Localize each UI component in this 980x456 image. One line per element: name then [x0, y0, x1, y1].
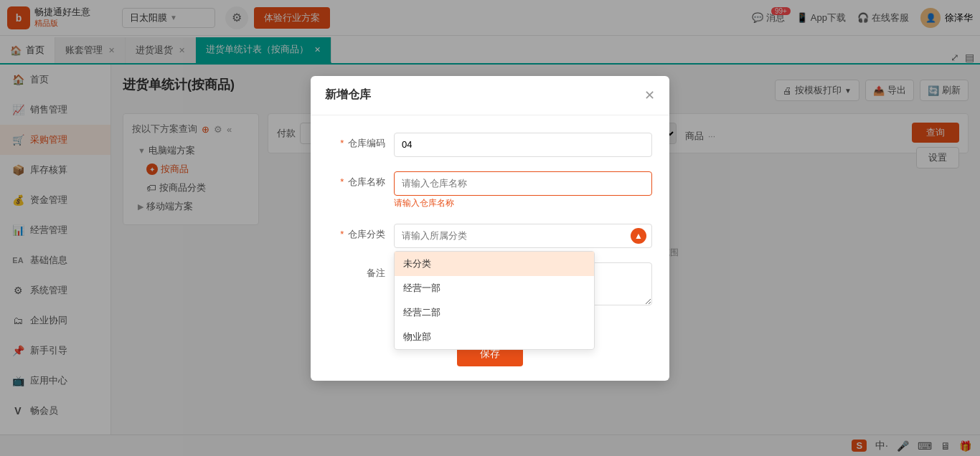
name-error-msg: 请输入仓库名称 — [394, 197, 652, 209]
code-field — [394, 133, 652, 157]
dropdown-item-unclassified[interactable]: 未分类 — [395, 252, 594, 276]
warehouse-name-row: * 仓库名称 请输入仓库名称 — [328, 171, 652, 209]
dialog-body: * 仓库编码 * 仓库名称 请输入仓库名称 — [311, 115, 669, 333]
name-input[interactable] — [394, 171, 652, 196]
classify-toggle-button[interactable]: ▲ — [631, 228, 646, 244]
dropdown-item-dept1[interactable]: 经营一部 — [395, 276, 594, 300]
new-warehouse-dialog: 新增仓库 ✕ * 仓库编码 * 仓库名称 — [311, 76, 669, 381]
classify-field: ▲ 未分类 经营一部 经营二部 物业部 — [394, 224, 652, 248]
dropdown-item-dept2[interactable]: 经营二部 — [395, 300, 594, 325]
code-label: * 仓库编码 — [328, 133, 385, 150]
dialog-close-button[interactable]: ✕ — [644, 87, 655, 103]
code-input[interactable] — [394, 133, 652, 157]
dialog-title: 新增仓库 — [325, 87, 371, 103]
warehouse-code-row: * 仓库编码 — [328, 133, 652, 157]
warehouse-classify-row: * 仓库分类 ▲ 未分类 经营一部 经营二部 物业部 — [328, 224, 652, 248]
name-label: * 仓库名称 — [328, 171, 385, 189]
classify-label: * 仓库分类 — [328, 224, 385, 241]
dialog-overlay: 新增仓库 ✕ * 仓库编码 * 仓库名称 — [0, 0, 980, 456]
name-field: 请输入仓库名称 — [394, 171, 652, 209]
dropdown-item-dept3[interactable]: 物业部 — [395, 325, 594, 349]
dialog-header: 新增仓库 ✕ — [311, 76, 669, 115]
classify-input[interactable] — [394, 224, 652, 248]
classify-dropdown: 未分类 经营一部 经营二部 物业部 — [394, 251, 595, 350]
note-label: 备注 — [328, 262, 385, 280]
